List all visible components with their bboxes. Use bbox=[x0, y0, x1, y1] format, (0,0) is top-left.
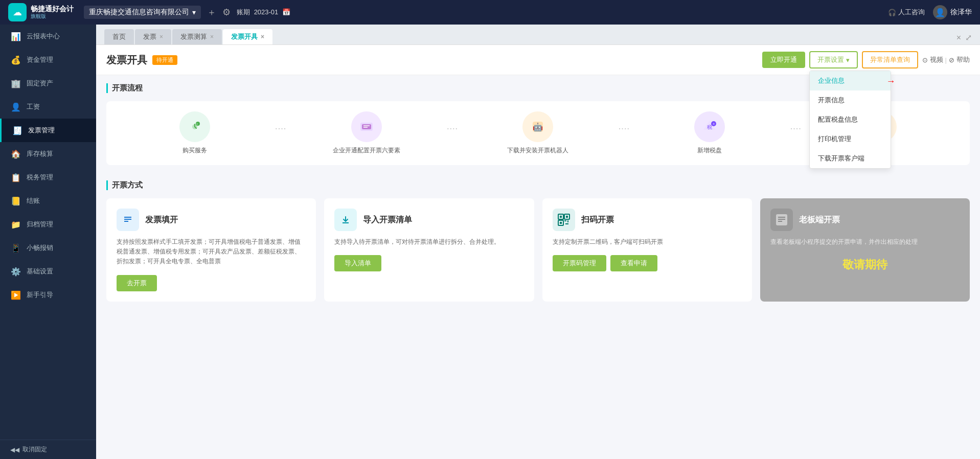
chevron-down-icon: ▾ bbox=[846, 56, 850, 64]
svg-text:+: + bbox=[713, 122, 715, 126]
import-list-button[interactable]: 导入清单 bbox=[334, 255, 381, 271]
svg-text:🤖: 🤖 bbox=[533, 122, 543, 132]
tab-invoice-calc-label: 发票测算 bbox=[180, 32, 207, 41]
logo-area: ☁ 畅捷通好会计 旗舰版 bbox=[8, 3, 74, 21]
method-fill-header: 发票填开 bbox=[117, 209, 306, 231]
tab-invoice-close[interactable]: × bbox=[159, 33, 163, 40]
settings-dropdown-wrapper: 开票设置 ▾ 企业信息 → 开票信息 配置 bbox=[809, 51, 858, 68]
svg-rect-29 bbox=[564, 220, 566, 221]
sidebar-item-archive[interactable]: 📁 归档管理 bbox=[0, 213, 96, 236]
sidebar-item-reports[interactable]: 📊 云报表中心 bbox=[0, 25, 96, 48]
method-import-footer: 导入清单 bbox=[334, 255, 523, 271]
dropdown-item-company[interactable]: 企业信息 → bbox=[810, 71, 891, 90]
sidebar-unpin-button[interactable]: ◀◀ 取消固定 bbox=[0, 440, 96, 459]
step-download-icon: 🤖 bbox=[522, 111, 553, 142]
period-label: 账期 2023-01 📅 bbox=[237, 8, 290, 17]
sidebar-label-salary: 工资 bbox=[27, 102, 40, 111]
status-badge: 待开通 bbox=[152, 55, 177, 65]
tax-icon: 📋 bbox=[10, 172, 21, 183]
unpin-icon: ◀◀ bbox=[10, 446, 19, 453]
svg-rect-26 bbox=[560, 216, 562, 218]
top-bar: ☁ 畅捷通好会计 旗舰版 重庆畅捷交通信息咨询有限公司 ▾ ＋ ⚙ 账期 202… bbox=[0, 0, 980, 25]
step-download-label: 下载并安装开票机器人 bbox=[507, 146, 568, 155]
billing-methods-grid: 发票填开 支持按照发票样式手工填开发票；可开具增值税电子普通发票、增值税普通发票… bbox=[106, 198, 970, 302]
sidebar-item-invoice[interactable]: 🧾 发票管理 bbox=[0, 119, 96, 142]
tab-close-all-button[interactable]: × bbox=[956, 33, 961, 42]
sidebar-item-closing[interactable]: 📒 结账 bbox=[0, 189, 96, 213]
support-button[interactable]: 🎧 人工咨询 bbox=[888, 8, 925, 17]
tab-invoice-calc[interactable]: 发票测算 × bbox=[172, 29, 222, 44]
top-bar-right: 🎧 人工咨询 👤 徐泽华 bbox=[888, 5, 972, 19]
method-boss-icon bbox=[770, 209, 793, 231]
tab-bar: 首页 发票 × 发票测算 × 发票开具 × × ⤢ bbox=[96, 25, 980, 45]
method-card-boss: 老板端开票 查看老板端小程序提交的开票申请，并作出相应的处理 敬请期待 bbox=[760, 198, 970, 302]
activate-button[interactable]: 立即开通 bbox=[762, 52, 805, 68]
qr-manage-button[interactable]: 开票码管理 bbox=[553, 255, 606, 271]
method-fill-title: 发票填开 bbox=[145, 215, 178, 225]
dropdown-item-download-client[interactable]: 下载开票客户端 bbox=[810, 149, 891, 168]
calendar-icon[interactable]: 📅 bbox=[282, 8, 290, 16]
page-title-area: 发票开具 待开通 bbox=[106, 53, 177, 67]
sidebar-item-salary[interactable]: 👤 工资 bbox=[0, 95, 96, 119]
dropdown-item-invoice-info[interactable]: 开票信息 bbox=[810, 90, 891, 110]
video-label[interactable]: 视频 bbox=[930, 55, 943, 64]
step-buy-service: + 购买服务 bbox=[117, 111, 273, 155]
method-scan-desc: 支持定制开票二维码，客户端可扫码开票 bbox=[553, 237, 742, 247]
step-buy-icon: + bbox=[179, 111, 210, 142]
sidebar-label-inventory: 库存核算 bbox=[27, 149, 53, 158]
tab-invoice-issue-close[interactable]: × bbox=[261, 33, 264, 40]
add-icon[interactable]: ＋ bbox=[207, 6, 216, 18]
method-card-fill: 发票填开 支持按照发票样式手工填开发票；可开具增值税电子普通发票、增值税普通发票… bbox=[106, 198, 316, 302]
inventory-icon: 🏠 bbox=[10, 148, 21, 159]
step-add-tax-label: 新增税盘 bbox=[697, 146, 722, 155]
tab-invoice-calc-close[interactable]: × bbox=[210, 33, 214, 40]
sidebar-item-settings[interactable]: ⚙️ 基础设置 bbox=[0, 260, 96, 283]
abnormal-list-button[interactable]: 异常清单查询 bbox=[862, 51, 918, 68]
closing-icon: 📒 bbox=[10, 195, 21, 206]
logo-text-block: 畅捷通好会计 旗舰版 bbox=[31, 5, 74, 20]
tab-invoice-issue-label: 发票开具 bbox=[231, 32, 258, 41]
method-scan-footer: 开票码管理 查看申请 bbox=[553, 255, 742, 271]
step-arrow-1: ···· bbox=[275, 122, 286, 144]
step-buy-label: 购买服务 bbox=[183, 146, 207, 155]
dropdown-item-tax-config[interactable]: 配置税盘信息 bbox=[810, 110, 891, 129]
sidebar-item-finance[interactable]: 💰 资金管理 bbox=[0, 48, 96, 72]
user-avatar: 👤 bbox=[933, 5, 947, 19]
method-boss-desc: 查看老板端小程序提交的开票申请，并作出相应的处理 bbox=[770, 237, 960, 247]
method-import-desc: 支持导入待开票清单，可对待开票清单进行拆分、合并处理。 bbox=[334, 237, 523, 247]
tab-maximize-button[interactable]: ⤢ bbox=[965, 33, 972, 42]
help-label[interactable]: 帮助 bbox=[956, 55, 970, 64]
go-invoice-button[interactable]: 去开票 bbox=[117, 275, 157, 291]
reports-icon: 📊 bbox=[10, 31, 21, 42]
settings-button[interactable]: 开票设置 ▾ bbox=[809, 51, 858, 68]
method-import-header: 导入开票清单 bbox=[334, 209, 523, 231]
settings-icon[interactable]: ⚙ bbox=[222, 7, 231, 18]
dropdown-item-printer[interactable]: 打印机管理 bbox=[810, 129, 891, 149]
step-arrow-3: ···· bbox=[618, 122, 629, 144]
page-title: 发票开具 bbox=[106, 53, 147, 67]
user-area[interactable]: 👤 徐泽华 bbox=[933, 5, 972, 19]
app-edition: 旗舰版 bbox=[31, 13, 74, 20]
sidebar-item-inventory[interactable]: 🏠 库存核算 bbox=[0, 142, 96, 166]
invoice-icon: 🧾 bbox=[12, 125, 23, 136]
sidebar-item-expense[interactable]: 📱 小畅报销 bbox=[0, 236, 96, 260]
sidebar-item-tax[interactable]: 📋 税务管理 bbox=[0, 166, 96, 189]
method-card-import: 导入开票清单 支持导入待开票清单，可对待开票清单进行拆分、合并处理。 导入清单 bbox=[324, 198, 534, 302]
play-icon[interactable]: ⊙ bbox=[922, 56, 928, 64]
logo-icon: ☁ bbox=[8, 3, 27, 21]
page-actions: 立即开通 开票设置 ▾ 企业信息 → bbox=[762, 51, 970, 68]
app-name: 畅捷通好会计 bbox=[31, 5, 74, 13]
method-fill-icon bbox=[117, 209, 139, 231]
view-apply-button[interactable]: 查看申请 bbox=[610, 255, 657, 271]
method-import-icon bbox=[334, 209, 357, 231]
sidebar-label-closing: 结账 bbox=[27, 196, 40, 205]
sidebar-item-guide[interactable]: ▶️ 新手引导 bbox=[0, 283, 96, 307]
company-selector[interactable]: 重庆畅捷交通信息咨询有限公司 ▾ bbox=[84, 6, 201, 19]
method-scan-header: 扫码开票 bbox=[553, 209, 742, 231]
sidebar-item-assets[interactable]: 🏢 固定资产 bbox=[0, 72, 96, 95]
tab-invoice-issue[interactable]: 发票开具 × bbox=[223, 29, 272, 44]
tab-home[interactable]: 首页 bbox=[104, 29, 134, 44]
tab-invoice[interactable]: 发票 × bbox=[135, 29, 171, 44]
step-arrow-2: ···· bbox=[446, 122, 458, 144]
company-name: 重庆畅捷交通信息咨询有限公司 bbox=[89, 8, 189, 17]
